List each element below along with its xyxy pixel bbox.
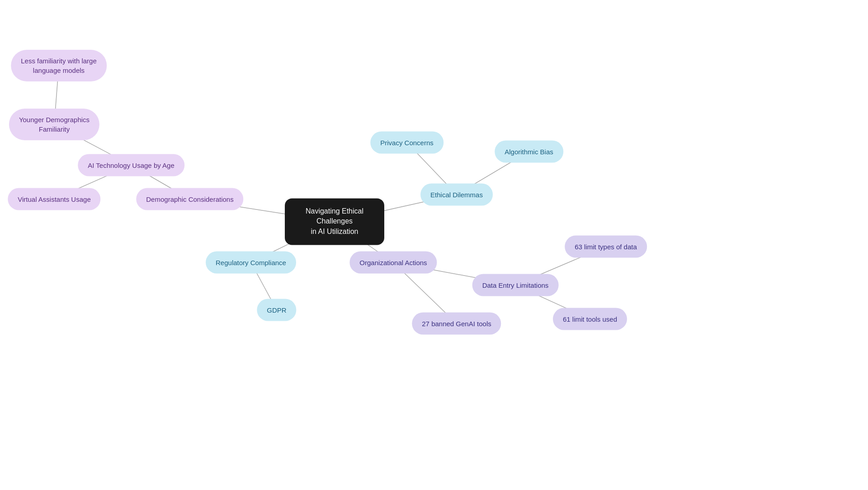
node-data_entry_limitations[interactable]: Data Entry Limitations: [472, 274, 559, 296]
node-label-regulatory_compliance: Regulatory Compliance: [216, 258, 286, 267]
node-younger_demographics[interactable]: Younger Demographics Familiarity: [9, 109, 99, 140]
node-limit_tools_used[interactable]: 61 limit tools used: [553, 308, 627, 330]
node-organizational_actions[interactable]: Organizational Actions: [349, 252, 437, 274]
node-label-limit_types_data: 63 limit types of data: [575, 242, 637, 252]
node-label-virtual_assistants: Virtual Assistants Usage: [18, 195, 90, 204]
node-label-algorithmic_bias: Algorithmic Bias: [505, 147, 553, 157]
node-label-ethical_dilemmas: Ethical Dilemmas: [430, 190, 483, 200]
node-label-less_familiarity: Less familiarity with large language mod…: [21, 56, 97, 75]
node-banned_genai[interactable]: 27 banned GenAI tools: [412, 313, 501, 335]
node-label-privacy_concerns: Privacy Concerns: [380, 138, 434, 147]
node-regulatory_compliance[interactable]: Regulatory Compliance: [206, 252, 296, 274]
node-algorithmic_bias[interactable]: Algorithmic Bias: [495, 141, 563, 163]
node-ethical_dilemmas[interactable]: Ethical Dilemmas: [420, 184, 493, 206]
mind-map-canvas: Navigating Ethical Challenges in AI Util…: [0, 0, 868, 490]
node-label-organizational_actions: Organizational Actions: [359, 258, 427, 267]
node-gdpr[interactable]: GDPR: [257, 299, 296, 321]
node-label-demographic_considerations: Demographic Considerations: [146, 195, 233, 204]
node-label-data_entry_limitations: Data Entry Limitations: [482, 281, 549, 290]
node-label-younger_demographics: Younger Demographics Familiarity: [19, 115, 90, 134]
node-label-center: Navigating Ethical Challenges in AI Util…: [296, 206, 373, 237]
node-demographic_considerations[interactable]: Demographic Considerations: [136, 188, 243, 210]
node-label-limit_tools_used: 61 limit tools used: [563, 314, 617, 324]
node-center[interactable]: Navigating Ethical Challenges in AI Util…: [285, 198, 384, 245]
node-label-banned_genai: 27 banned GenAI tools: [422, 319, 491, 328]
node-limit_types_data[interactable]: 63 limit types of data: [565, 236, 647, 258]
node-privacy_concerns[interactable]: Privacy Concerns: [370, 132, 443, 154]
node-label-gdpr: GDPR: [267, 305, 286, 315]
connections-svg: [0, 0, 868, 490]
node-ai_technology_usage[interactable]: AI Technology Usage by Age: [78, 154, 184, 176]
node-virtual_assistants[interactable]: Virtual Assistants Usage: [8, 188, 100, 210]
node-less_familiarity[interactable]: Less familiarity with large language mod…: [11, 50, 107, 81]
node-label-ai_technology_usage: AI Technology Usage by Age: [88, 161, 175, 170]
